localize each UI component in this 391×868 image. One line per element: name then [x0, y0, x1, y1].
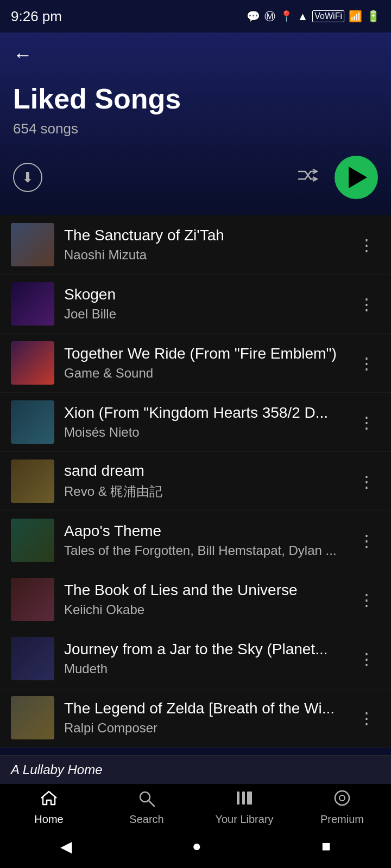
song-info: sand dream Revo & 梶浦由記: [64, 462, 353, 500]
song-count: 654 songs: [13, 120, 378, 137]
song-item[interactable]: The Sanctuary of Zi'Tah Naoshi Mizuta ⋮: [0, 215, 391, 275]
android-home-button[interactable]: ●: [192, 838, 201, 855]
song-item[interactable]: Xion (From "Kingdom Hearts 358/2 D... Mo…: [0, 393, 391, 452]
song-artist: Mudeth: [64, 661, 353, 676]
song-title: Aapo's Theme: [64, 522, 353, 540]
premium-icon: [333, 789, 351, 807]
nav-tabs: Home Search Your Library Premium: [0, 784, 391, 830]
search-nav-icon: [137, 789, 156, 811]
album-art: [11, 519, 54, 562]
header: ← Liked Songs 654 songs ⬇: [0, 33, 391, 215]
song-artist: Ralpi Composer: [64, 720, 353, 736]
song-title: The Legend of Zelda [Breath of the Wi...: [64, 700, 353, 717]
album-art-placeholder: [11, 223, 54, 266]
nav-tab-library[interactable]: Your Library: [212, 789, 277, 826]
premium-nav-label: Premium: [320, 813, 364, 826]
song-item[interactable]: The Book of Lies and the Universe Keiich…: [0, 570, 391, 629]
whatsapp-icon: 💬: [247, 10, 260, 23]
song-list: The Sanctuary of Zi'Tah Naoshi Mizuta ⋮ …: [0, 215, 391, 748]
more-options-button[interactable]: ⋮: [353, 531, 380, 550]
song-artist: Revo & 梶浦由記: [64, 483, 353, 500]
more-options-button[interactable]: ⋮: [353, 354, 380, 373]
more-options-button[interactable]: ⋮: [353, 413, 380, 432]
status-time: 9:26 pm: [11, 8, 62, 25]
bottom-nav: A Lullaby Home Home Search Your Library …: [0, 755, 391, 868]
album-art: [11, 696, 54, 739]
android-recent-button[interactable]: ■: [321, 838, 331, 855]
more-options-button[interactable]: ⋮: [353, 472, 380, 491]
song-info: Journey from a Jar to the Sky (Planet...…: [64, 641, 353, 676]
album-art: [11, 341, 54, 385]
controls-row: ⬇: [13, 150, 378, 210]
song-item[interactable]: sand dream Revo & 梶浦由記 ⋮: [0, 452, 391, 511]
more-options-button[interactable]: ⋮: [353, 295, 380, 314]
download-button[interactable]: ⬇: [13, 163, 42, 192]
download-icon: ⬇: [22, 169, 34, 186]
wifi-icon: ▲: [298, 10, 308, 23]
song-info: The Sanctuary of Zi'Tah Naoshi Mizuta: [64, 227, 353, 263]
android-nav: ◀ ● ■: [0, 830, 391, 868]
album-art-placeholder: [11, 519, 54, 562]
album-art-placeholder: [11, 400, 54, 444]
location-icon: 📍: [280, 10, 293, 23]
svg-rect-3: [242, 792, 245, 805]
home-nav-label: Home: [34, 813, 63, 826]
more-options-button[interactable]: ⋮: [353, 235, 380, 254]
mini-player[interactable]: A Lullaby Home: [0, 756, 391, 784]
album-art: [11, 637, 54, 680]
library-nav-icon: [235, 789, 254, 811]
album-art: [11, 223, 54, 266]
mini-player-text: A Lullaby Home: [11, 762, 380, 777]
android-back-button[interactable]: ◀: [60, 838, 72, 856]
nav-tab-search[interactable]: Search: [114, 789, 179, 826]
battery-icon: 🔋: [367, 10, 380, 23]
album-art-placeholder: [11, 696, 54, 739]
song-item[interactable]: Aapo's Theme Tales of the Forgotten, Bil…: [0, 511, 391, 570]
song-info: Aapo's Theme Tales of the Forgotten, Bil…: [64, 522, 353, 558]
right-controls: [298, 156, 378, 199]
more-options-button[interactable]: ⋮: [353, 590, 380, 609]
song-info: The Legend of Zelda [Breath of the Wi...…: [64, 700, 353, 736]
song-artist: Tales of the Forgotten, Bill Hemstapat, …: [64, 543, 353, 558]
nav-tab-home[interactable]: Home: [16, 789, 81, 826]
library-nav-label: Your Library: [215, 813, 273, 826]
song-info: The Book of Lies and the Universe Keiich…: [64, 582, 353, 617]
svg-point-5: [335, 791, 349, 805]
song-title: Journey from a Jar to the Sky (Planet...: [64, 641, 353, 658]
library-icon: [235, 789, 254, 807]
svg-rect-2: [237, 792, 239, 805]
song-title: Skogen: [64, 286, 353, 303]
song-artist: Keiichi Okabe: [64, 602, 353, 617]
more-options-button[interactable]: ⋮: [353, 649, 380, 668]
song-item[interactable]: Journey from a Jar to the Sky (Planet...…: [0, 629, 391, 688]
song-artist: Joel Bille: [64, 307, 353, 322]
vowifi-badge: VoWiFi: [312, 10, 344, 22]
play-button[interactable]: [335, 156, 378, 199]
album-art-placeholder: [11, 341, 54, 385]
song-artist: Naoshi Mizuta: [64, 247, 353, 263]
svg-rect-4: [247, 792, 252, 805]
song-item[interactable]: The Legend of Zelda [Breath of the Wi...…: [0, 688, 391, 748]
song-artist: Moisés Nieto: [64, 425, 353, 440]
song-artist: Game & Sound: [64, 366, 353, 381]
status-bar: 9:26 pm 💬 Ⓜ 📍 ▲ VoWiFi 📶 🔋: [0, 0, 391, 33]
home-nav-icon: [40, 789, 58, 811]
motorola-icon: Ⓜ: [264, 9, 275, 24]
song-info: Xion (From "Kingdom Hearts 358/2 D... Mo…: [64, 404, 353, 440]
song-item[interactable]: Together We Ride (From "Fire Emblem") Ga…: [0, 334, 391, 393]
song-title: Xion (From "Kingdom Hearts 358/2 D...: [64, 404, 353, 422]
album-art-placeholder: [11, 282, 54, 326]
svg-line-1: [149, 801, 154, 806]
album-art: [11, 400, 54, 444]
shuffle-button[interactable]: [298, 167, 319, 188]
back-button[interactable]: ←: [13, 43, 33, 66]
play-icon: [349, 167, 367, 188]
song-info: Together We Ride (From "Fire Emblem") Ga…: [64, 345, 353, 381]
album-art: [11, 578, 54, 621]
song-item[interactable]: Skogen Joel Bille ⋮: [0, 275, 391, 334]
page-title: Liked Songs: [13, 82, 378, 115]
album-art: [11, 282, 54, 326]
nav-tab-premium[interactable]: Premium: [310, 789, 375, 826]
more-options-button[interactable]: ⋮: [353, 709, 380, 727]
home-icon: [40, 789, 58, 807]
